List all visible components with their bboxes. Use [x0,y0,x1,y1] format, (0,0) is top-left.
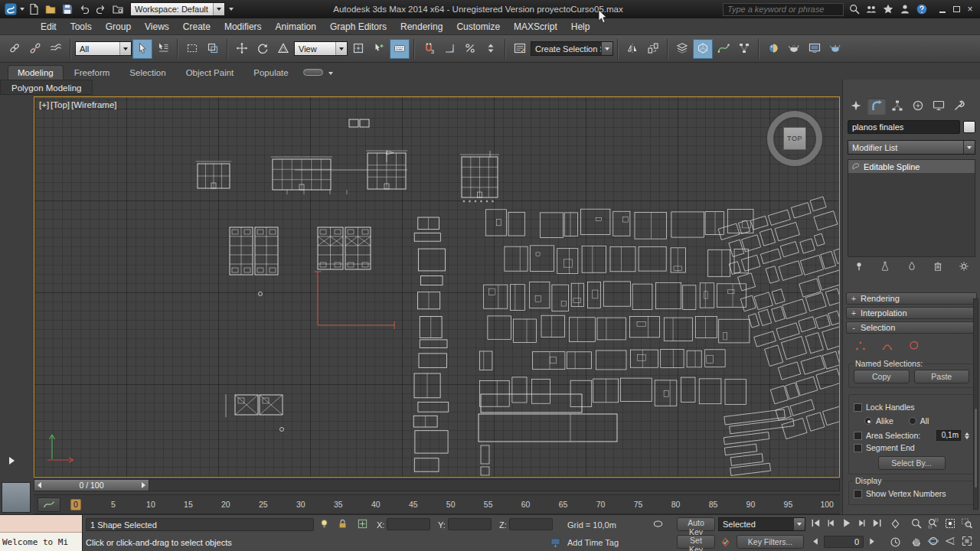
reference-coordinate-system-dropdown[interactable]: View [294,41,348,56]
quick-access-customize-arrow-icon[interactable] [229,8,234,11]
key-mode-dropdown[interactable]: Selected [718,517,805,531]
menu-item-group[interactable]: Group [99,18,138,35]
keyboard-shortcut-override-button[interactable] [390,39,410,59]
configure-modifier-sets-button[interactable] [955,260,973,274]
vertex-subobject-button[interactable] [852,339,869,354]
favorites-button[interactable] [880,2,896,17]
selection-lock-toggle[interactable] [335,517,350,531]
object-color-swatch[interactable] [963,121,975,133]
application-menu-button[interactable] [3,2,18,17]
frame-indicator[interactable]: 0 [70,499,81,510]
ribbon-tab-object-paint[interactable]: Object Paint [177,66,243,80]
ribbon-tab-selection[interactable]: Selection [120,66,175,80]
sign-in-button[interactable] [897,2,913,17]
alike-radio[interactable]: Alike [864,416,893,425]
go-to-start-button[interactable] [808,517,823,530]
copy-button[interactable]: Copy [854,370,910,383]
percent-snap-toggle-button[interactable] [460,39,480,59]
select-and-link-button[interactable] [5,39,24,59]
unlink-selection-button[interactable] [25,39,45,59]
workspace-dropdown-arrow-icon[interactable] [213,3,224,15]
menu-item-edit[interactable]: Edit [34,18,64,35]
menu-item-maxscript[interactable]: MAXScript [507,18,564,35]
angle-snap-toggle-button[interactable] [439,39,459,59]
edit-named-selection-sets-button[interactable] [510,39,530,59]
selection-filter-dropdown[interactable]: All [75,41,132,56]
zoom-all-button[interactable] [925,517,941,532]
viewport-pov-label[interactable]: [Top] [51,100,70,109]
area-threshold-field[interactable]: 0,1m [936,430,961,441]
make-unique-button[interactable] [903,260,921,274]
viewport-layout-tab-arrow-icon[interactable] [9,457,15,465]
y-coordinate-field[interactable] [448,518,492,530]
material-editor-button[interactable] [763,39,783,59]
redo-button[interactable] [93,2,109,17]
search-button[interactable] [847,2,862,17]
graphite-modeling-tools-button[interactable] [693,39,713,59]
command-tab-display[interactable] [929,98,948,115]
undo-button[interactable] [77,2,92,17]
viewport-shading-label[interactable]: [Wireframe] [71,100,116,109]
viewcube-top-face[interactable]: TOP [783,127,806,150]
x-coordinate-field[interactable] [387,518,430,530]
command-tab-motion[interactable] [909,98,927,115]
menu-item-views[interactable]: Views [138,18,176,35]
menu-item-rendering[interactable]: Rendering [394,18,449,35]
align-button[interactable] [643,39,663,59]
previous-key-button[interactable] [824,517,838,530]
new-scene-button[interactable] [26,2,41,17]
stack-item-editable-spline[interactable]: Editable Spline [848,160,975,173]
previous-frame-button[interactable] [808,535,823,549]
zoom-extents-button[interactable] [942,517,958,532]
render-setup-button[interactable] [784,39,804,59]
set-key-button[interactable]: Set Key [677,535,715,549]
curve-editor-button[interactable] [714,39,733,59]
modifier-list-dropdown[interactable]: Modifier List [848,140,975,155]
lock-handles-checkbox[interactable]: Lock Handles [854,403,969,412]
default-tangents-button[interactable] [651,517,665,531]
time-slider-handle[interactable]: 0 / 100 [34,480,149,491]
polygon-modeling-panel-button[interactable]: Polygon Modeling [0,80,93,95]
select-and-manipulate-button[interactable] [369,39,389,59]
next-frame-button[interactable] [864,535,879,549]
app-menu-arrow-icon[interactable] [20,8,24,11]
select-by-name-button[interactable] [153,39,173,59]
viewcube[interactable]: TOP [767,111,822,166]
time-slider-track[interactable]: 0 / 100 [34,479,840,491]
community-button[interactable] [864,2,879,17]
select-and-scale-button[interactable] [273,39,293,59]
open-mini-curve-editor-button[interactable] [38,497,60,512]
paste-button[interactable]: Paste [914,370,970,383]
zoom-button[interactable] [908,517,924,532]
command-panel-scrollbar[interactable] [973,298,978,510]
mirror-button[interactable] [622,39,642,59]
select-object-button[interactable] [132,39,152,59]
go-to-end-button[interactable] [870,517,884,530]
close-button[interactable]: × [963,3,977,16]
maximize-button[interactable] [949,3,963,16]
pin-stack-button[interactable] [850,260,868,274]
zoom-region-button[interactable] [959,517,975,532]
rollout-selection[interactable]: - Selection [846,321,977,334]
rectangular-selection-region-button[interactable] [182,39,202,59]
menu-item-modifiers[interactable]: Modifiers [217,18,269,35]
all-radio[interactable]: All [909,416,929,425]
command-tab-modify[interactable] [867,98,886,115]
macro-recorder-pane[interactable] [0,515,82,533]
next-key-button[interactable] [854,517,869,530]
snap-toggle-3d-button[interactable]: 3 [419,39,439,59]
ribbon-display-toggle-icon[interactable] [303,69,323,76]
search-input[interactable] [724,5,843,14]
menu-item-help[interactable]: Help [564,18,597,35]
minimize-button[interactable] [936,3,949,16]
ribbon-tab-freeform[interactable]: Freeform [65,66,119,80]
render-production-button[interactable] [825,39,845,59]
pan-button[interactable] [908,534,924,549]
select-by-button[interactable]: Select By... [878,456,946,470]
segment-subobject-button[interactable] [879,339,896,354]
spinner-snap-toggle-button[interactable] [481,39,501,59]
key-filters-button[interactable]: Key Filters... [737,535,804,549]
bind-to-space-warp-button[interactable] [46,39,66,59]
set-key-mode-button[interactable] [718,536,733,549]
key-mode-toggle-button[interactable] [888,517,903,531]
